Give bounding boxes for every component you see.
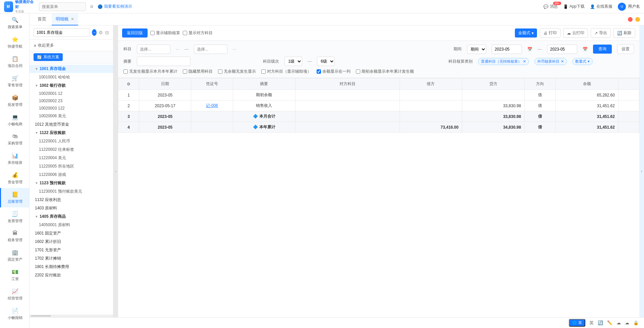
level-end-select[interactable]: 6级: [317, 57, 335, 66]
sidebar-item-general-ledger[interactable]: 📒 总账管理: [0, 188, 29, 207]
tree-item-2202[interactable]: 2202 应付账款: [30, 271, 113, 279]
app-download-button[interactable]: 📱 App下载: [563, 4, 585, 9]
window-close-button[interactable]: [628, 17, 633, 22]
collapse-side-button[interactable]: ‹: [113, 25, 118, 317]
bottom-icon-cloud2[interactable]: ☁: [625, 320, 629, 325]
amount-mode-button[interactable]: 金额式 ▾: [515, 28, 537, 38]
hide-disabled-checkbox[interactable]: 隐藏禁用科目: [183, 69, 213, 74]
window-maximize-button[interactable]: [635, 17, 640, 22]
show-aux-check[interactable]: [150, 31, 155, 35]
export-button[interactable]: ↗ 导出: [591, 28, 611, 38]
bottom-icon-refresh[interactable]: 🔄: [598, 320, 603, 325]
tree-item-11220001[interactable]: 11220001 人民币: [30, 137, 113, 145]
tree-item-10010001[interactable]: 10010001 哈哈哈: [30, 73, 113, 81]
tag-foreign-currency[interactable]: 外币核算科目 ✕: [534, 58, 567, 65]
account-end-input[interactable]: [194, 45, 227, 54]
no-balance-check[interactable]: [218, 69, 222, 74]
cloud-print-button[interactable]: ☁ 云打印: [563, 28, 588, 38]
show-opposite-check[interactable]: [183, 31, 187, 35]
tree-item-11220002[interactable]: 11220002 往来标签: [30, 145, 113, 154]
tree-item-1132[interactable]: 1132 应收利息: [30, 196, 113, 204]
print-button[interactable]: 🖨 打印: [540, 28, 560, 38]
show-opposite-aux-check[interactable]: [261, 69, 266, 74]
tag-normal-account[interactable]: 普通科目（无特殊核算） ✕: [478, 58, 529, 65]
tree-item-1001[interactable]: ▼ 1001 库存现金: [30, 65, 113, 73]
tree-item-11220004[interactable]: 11220004 美元: [30, 154, 113, 162]
row-2-voucher[interactable]: 记-006: [191, 101, 233, 111]
tree-item-11230001[interactable]: 11230001 预付账款美元: [30, 187, 113, 196]
show-opposite-checkbox[interactable]: 显示对方科目: [183, 30, 213, 36]
sidebar-item-basic-info[interactable]: ℹ 基础信息: [0, 324, 29, 328]
settings-button[interactable]: 设置: [617, 44, 634, 54]
tree-item-1801[interactable]: 1801 长期待摊费用: [30, 263, 113, 271]
sidebar-item-search-menu[interactable]: 🔍 搜索菜单: [0, 13, 29, 33]
online-service-button[interactable]: 👤 在线客服: [590, 4, 612, 9]
query-button[interactable]: 查询: [593, 45, 612, 54]
tree-item-14050001[interactable]: 14050001 原材料: [30, 221, 113, 229]
tree-item-1701[interactable]: 1701 无形资产: [30, 246, 113, 254]
level-start-select[interactable]: 1级: [284, 57, 302, 66]
no-activity-check[interactable]: [123, 69, 128, 74]
sidebar-item-invoice[interactable]: 🧾 发票管理: [0, 207, 29, 227]
sidebar-item-payroll[interactable]: 💵 工资: [0, 265, 29, 285]
tag-close-icon-2[interactable]: ✕: [561, 59, 564, 64]
tree-item-10020003[interactable]: 10020003 122: [30, 105, 113, 112]
tree-item-11220006[interactable]: 11220006 游戏: [30, 171, 113, 179]
period-type-select[interactable]: 期间: [467, 45, 486, 54]
return-old-button[interactable]: 返回旧版: [122, 28, 148, 38]
tag-close-icon[interactable]: ✕: [523, 59, 526, 64]
balance-in-column-check[interactable]: [317, 69, 321, 74]
tag-close-icon-3[interactable]: ▾: [588, 59, 590, 64]
schema-tag[interactable]: 🔄 系统方案: [34, 53, 63, 61]
sidebar-item-retail[interactable]: 🛒 零售管理: [0, 72, 29, 91]
tree-item-1012[interactable]: 1012 其他货币资金: [30, 120, 113, 129]
show-aux-checkbox[interactable]: 显示辅助核算: [150, 30, 180, 36]
balance-in-column-checkbox[interactable]: 余额显示在一列: [317, 69, 351, 74]
calendar-icon-start[interactable]: 📅: [527, 47, 532, 52]
account-nav-button[interactable]: →: [92, 29, 97, 36]
search-input[interactable]: [39, 2, 86, 11]
collapse-side-right[interactable]: ›: [639, 25, 644, 317]
tree-item-10020006[interactable]: 10020006 美元: [30, 112, 113, 120]
no-balance-checkbox[interactable]: 无余额无发生显示: [218, 69, 256, 74]
bottom-icon-cloud1[interactable]: ☁: [616, 320, 621, 325]
account-start-input[interactable]: [137, 45, 170, 54]
tree-item-1123[interactable]: ▼ 1123 预付账款: [30, 179, 113, 187]
msg-button[interactable]: 💬 消息 99+: [543, 4, 558, 9]
voucher-link[interactable]: 记-006: [206, 103, 218, 108]
sidebar-item-xiaochang-sales[interactable]: 📄 小畅报销: [0, 304, 29, 324]
sidebar-item-ecommerce[interactable]: 💻 小畅电商: [0, 111, 29, 130]
tree-item-1403[interactable]: 1403 原材料: [30, 204, 113, 212]
tree-item-10020002[interactable]: 10020002 23: [30, 97, 113, 105]
refresh-button[interactable]: 🔄 刷新: [613, 28, 635, 38]
show-ytd-check[interactable]: [356, 69, 360, 74]
tree-item-10020001[interactable]: 10020001 12: [30, 90, 113, 97]
bottom-icon-edit[interactable]: ✏️: [607, 320, 612, 325]
sidebar-item-quick-nav[interactable]: ⭐ 快捷导航: [0, 33, 29, 52]
demo-link[interactable]: 🔵 我要看实例演示: [98, 4, 132, 9]
tree-item-1601[interactable]: 1601 固定资产: [30, 229, 113, 238]
tree-item-11220005[interactable]: 11220005 所在地区: [30, 162, 113, 171]
sidebar-item-operations[interactable]: 📈 经营管理: [0, 285, 29, 304]
language-button[interactable]: 🌐 英: [569, 319, 585, 327]
sidebar-item-finance[interactable]: 💰 资金管理: [0, 169, 29, 188]
tree-item-1702[interactable]: 1702 累计摊销: [30, 254, 113, 263]
tag-quantity[interactable]: 数量式 ▾: [572, 58, 593, 65]
tree-item-1405[interactable]: ▼ 1405 库存商品: [30, 212, 113, 221]
settings-icon-small[interactable]: ⚙: [99, 30, 103, 35]
no-activity-checkbox[interactable]: 无发生额显示本月本年累计: [123, 69, 177, 74]
period-start-input[interactable]: [492, 45, 522, 54]
sidebar-item-project-contract[interactable]: 📋 项目合同: [0, 52, 29, 72]
summary-input[interactable]: [137, 57, 191, 66]
period-end-input[interactable]: [547, 45, 577, 54]
expand-more-btn[interactable]: ∧ 收起更多: [34, 43, 54, 48]
calendar-icon-end[interactable]: 📅: [583, 47, 588, 52]
account-search-input[interactable]: [34, 28, 90, 37]
expand-tree-icon[interactable]: ⊟: [105, 30, 109, 35]
tree-item-1602[interactable]: 1602 累计折旧: [30, 238, 113, 246]
user-area[interactable]: U 用户名: [618, 3, 640, 11]
sidebar-item-wholesale[interactable]: 📦 批发管理: [0, 91, 29, 111]
sidebar-item-inventory[interactable]: 📊 库存核算: [0, 149, 29, 169]
sidebar-item-tax[interactable]: 🏛 税务管理: [0, 227, 29, 246]
sidebar-item-purchase[interactable]: 🛍 采购管理: [0, 130, 29, 149]
